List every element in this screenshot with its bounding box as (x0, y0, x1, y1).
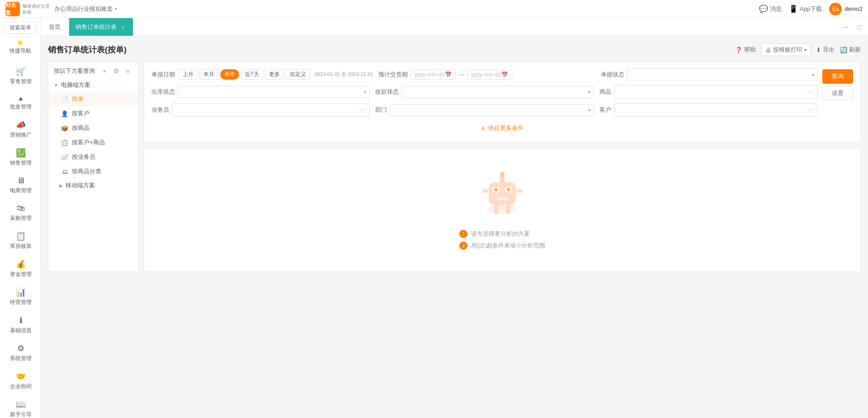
tab-close-btn[interactable]: × (119, 24, 127, 31)
scheme-item-by-goods[interactable]: 📦 按商品 (48, 121, 138, 135)
order-status-select[interactable] (627, 68, 818, 81)
sidebar-item-finance[interactable]: 💰 资金管理 (0, 255, 40, 283)
step-2-num: 2 (459, 242, 467, 250)
sidebar-item-guide[interactable]: 📖 新手引导 (0, 395, 40, 418)
step-1-text: 请先选择要分析的方案 (471, 230, 530, 238)
sidebar-item-inventory[interactable]: 📋 库存核算 (0, 227, 40, 255)
scheme-item-by-goods-category[interactable]: 🗂 按商品分类 (48, 164, 138, 179)
scheme-item-by-customer-goods-label: 按客户+商品 (72, 138, 105, 147)
scheme-add-btn[interactable]: + (100, 66, 109, 76)
goods-icon: 📦 (61, 124, 68, 132)
scheme-item-by-customer-goods[interactable]: 📋 按客户+商品 (48, 135, 138, 150)
logo-icon: 好生意 (5, 2, 20, 16)
workspace-name: 办公用品行业模拟账套 (54, 5, 113, 13)
order-status-cell: 单据状态 ▾ (601, 68, 818, 81)
customer-icon: 👤 (61, 110, 68, 117)
sidebar-item-basic[interactable]: ℹ 基础信息 (0, 311, 40, 339)
settings-btn[interactable]: 设置 (822, 86, 853, 100)
sidebar-item-ecommerce[interactable]: 🖥 电商管理 (0, 171, 40, 199)
scheme-collapse-btn[interactable]: « (123, 66, 132, 76)
tab-maximize-btn[interactable]: □ (854, 22, 864, 33)
workspace-chevron: ▾ (115, 6, 117, 11)
expected-date-end-input[interactable]: yyyy-mm-dd 📅 (467, 70, 512, 80)
calendar-end-icon: 📅 (501, 71, 508, 78)
delivery-status-select[interactable] (178, 86, 370, 98)
template-print-btn[interactable]: 🖨 按模板打印 ▾ (761, 43, 811, 56)
tab-minimize-btn[interactable]: ─ (840, 22, 851, 33)
last-month-btn[interactable]: 上月 (179, 69, 198, 80)
basic-icon: ℹ (19, 315, 23, 325)
sidebar-label-purchase: 采购管理 (10, 214, 32, 222)
tab-home[interactable]: 首页 (41, 18, 69, 36)
customer-input[interactable]: ··· (614, 103, 818, 117)
refresh-icon: 🔄 (840, 47, 847, 53)
print-chevron-icon: ▾ (804, 48, 807, 52)
expected-date-start-input[interactable]: yyyy-mm-dd 📅 (410, 70, 456, 80)
empty-illustration (475, 166, 529, 221)
department-select[interactable] (390, 104, 594, 116)
sidebar-item-operations[interactable]: 📊 经营管理 (0, 283, 40, 311)
goods-label: 商品 (599, 88, 611, 96)
goods-dots-btn[interactable]: ··· (807, 88, 813, 96)
sidebar-item-system[interactable]: ⚙ 系统管理 (0, 339, 40, 367)
customer-dots-btn[interactable]: ··· (807, 106, 813, 114)
filter-action-btns: 查询 设置 (822, 68, 853, 100)
query-btn[interactable]: 查询 (822, 69, 853, 84)
customer-goods-icon: 📋 (61, 139, 68, 146)
home-tab-label: 首页 (49, 23, 61, 31)
goods-input[interactable]: ··· (614, 85, 818, 99)
more-btn[interactable]: 更多 (265, 69, 284, 80)
sidebar-label-enterprise: 企业协同 (10, 383, 32, 390)
search-menu-btn[interactable]: 搜索菜单 (4, 22, 37, 34)
goods-category-icon: 🗂 (61, 168, 68, 175)
sidebar-label-basic: 基础信息 (10, 327, 32, 334)
page-title: 销售订单统计表(按单) (48, 44, 127, 55)
app-download-btn[interactable]: 📱 App下载 (789, 5, 822, 13)
scheme-group-mobile: ▶ 移动端方案 (48, 179, 138, 192)
order-status-label: 单据状态 (601, 71, 624, 79)
salesperson-dots-btn[interactable]: ··· (359, 106, 365, 114)
salesperson-input[interactable]: ··· (172, 103, 370, 117)
sidebar-label-guide: 新手引导 (10, 411, 32, 418)
salesperson-cell: 业务员 ··· (151, 103, 370, 117)
filter-fields: 单据日期 上月 本月 本年 近7天 更多 自定义 (151, 68, 818, 117)
help-btn[interactable]: ❓ 帮助 (735, 46, 756, 54)
scheme-item-by-order[interactable]: 📄 按单 (48, 92, 138, 106)
svg-rect-12 (506, 205, 510, 214)
sidebar-item-retail[interactable]: 🛒 零售管理 (0, 62, 40, 90)
user-area[interactable]: Ea demo2 (829, 3, 863, 15)
this-year-btn[interactable]: 本年 (220, 69, 239, 80)
sidebar-item-wholesale[interactable]: ▲ 批发管理 (0, 90, 40, 115)
export-btn[interactable]: ⬇ 导出 (816, 46, 835, 54)
tab-spacer (133, 18, 836, 36)
tab-active[interactable]: 销售订单统计表 × (69, 18, 133, 36)
sidebar-item-sales[interactable]: 💹 销售管理 (0, 143, 40, 171)
refresh-btn[interactable]: 🔄 刷新 (840, 46, 861, 54)
expected-date-cell: 预计交货期 yyyy-mm-dd 📅 — yyyy-mm-dd (378, 70, 595, 80)
date-range-separator: — (458, 71, 464, 78)
sidebar-item-enterprise[interactable]: 🤝 企业协同 (0, 367, 40, 395)
message-btn[interactable]: 💬 消息 (759, 5, 782, 13)
sidebar-item-marketing[interactable]: 📣 营销推广 (0, 115, 40, 143)
scheme-item-by-customer[interactable]: 👤 按客户 (48, 106, 138, 121)
scheme-group-desktop-header[interactable]: ▼ 电脑端方案 (48, 78, 138, 92)
top-bar: 好生意 畅捷通好生意 标版 办公用品行业模拟账套 ▾ 💬 消息 📱 App下载 … (0, 0, 868, 18)
quick-nav-btn[interactable]: ⭐ 快捷导航 (0, 36, 40, 58)
this-month-btn[interactable]: 本月 (199, 69, 218, 80)
payment-status-select[interactable] (401, 86, 594, 98)
order-status-select-wrapper: ▾ (627, 68, 818, 81)
scheme-header-icons: + ⚙ « (100, 66, 132, 76)
scheme-group-mobile-header[interactable]: ▶ 移动端方案 (48, 179, 138, 192)
last7days-btn[interactable]: 近7天 (241, 69, 263, 80)
sidebar-item-purchase[interactable]: 🛍 采购管理 (0, 199, 40, 227)
scheme-item-by-salesperson[interactable]: 📈 按业务员 (48, 150, 138, 164)
page-content: 销售订单统计表(按单) ❓ 帮助 🖨 按模板打印 ▾ ⬇ 导出 (41, 36, 868, 418)
workspace-selector[interactable]: 办公用品行业模拟账套 ▾ (54, 5, 117, 13)
collapse-btn[interactable]: ∧ 收起更多条件 (151, 120, 853, 136)
scheme-settings-btn[interactable]: ⚙ (112, 66, 121, 76)
custom-btn[interactable]: 自定义 (286, 69, 310, 80)
svg-rect-10 (516, 189, 523, 193)
date-filter-cell: 单据日期 上月 本月 本年 近7天 更多 自定义 (151, 69, 373, 80)
tab-bar: 首页 销售订单统计表 × ─ □ (41, 18, 868, 36)
export-icon: ⬇ (816, 47, 821, 53)
